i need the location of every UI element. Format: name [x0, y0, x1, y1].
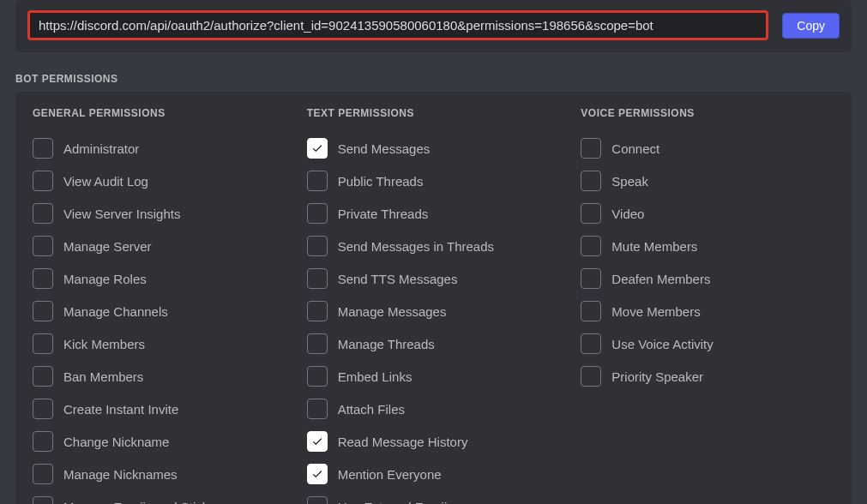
- checkbox-embed-links[interactable]: [307, 366, 328, 387]
- perm-label-manage-server: Manage Server: [63, 239, 152, 254]
- perm-row-kick-members: Kick Members: [33, 333, 286, 354]
- perm-label-read-message-history: Read Message History: [338, 435, 468, 449]
- checkbox-speak[interactable]: [581, 171, 601, 191]
- perm-row-public-threads: Public Threads: [307, 171, 561, 191]
- text-permissions-title: TEXT PERMISSIONS: [307, 107, 561, 119]
- checkbox-send-tts-messages[interactable]: [307, 268, 328, 289]
- checkbox-mute-members[interactable]: [581, 236, 601, 256]
- perm-label-create-instant-invite: Create Instant Invite: [63, 402, 178, 417]
- perm-label-manage-emojis-and-stickers: Manage Emojis and Stickers: [63, 500, 226, 505]
- checkbox-ban-members[interactable]: [33, 366, 53, 387]
- perm-label-public-threads: Public Threads: [338, 174, 424, 189]
- checkbox-manage-threads[interactable]: [307, 333, 328, 354]
- checkbox-send-messages-in-threads[interactable]: [307, 236, 328, 256]
- checkbox-manage-roles[interactable]: [33, 268, 53, 289]
- perm-row-manage-server: Manage Server: [33, 236, 286, 256]
- perm-row-create-instant-invite: Create Instant Invite: [33, 399, 286, 419]
- oauth-url-box[interactable]: https://discord.com/api/oauth2/authorize…: [27, 10, 768, 40]
- text-permissions-column: TEXT PERMISSIONS Send MessagesPublic Thr…: [307, 107, 561, 504]
- checkbox-view-server-insights[interactable]: [33, 203, 53, 224]
- perm-label-ban-members: Ban Members: [63, 369, 143, 384]
- permissions-panel: GENERAL PERMISSIONS AdministratorView Au…: [15, 92, 852, 504]
- copy-button[interactable]: Copy: [782, 13, 840, 39]
- perm-label-embed-links: Embed Links: [338, 369, 412, 384]
- checkbox-change-nickname[interactable]: [33, 431, 53, 452]
- checkbox-mention-everyone[interactable]: [307, 464, 328, 484]
- perm-row-ban-members: Ban Members: [33, 366, 286, 387]
- checkbox-read-message-history[interactable]: [307, 431, 328, 452]
- checkbox-priority-speaker[interactable]: [581, 366, 601, 387]
- checkbox-private-threads[interactable]: [307, 203, 328, 224]
- perm-label-administrator: Administrator: [63, 141, 139, 156]
- perm-label-speak: Speak: [611, 174, 648, 189]
- perm-label-use-external-emojis: Use External Emojis: [338, 500, 454, 505]
- check-icon: [311, 142, 323, 154]
- checkbox-deafen-members[interactable]: [581, 268, 601, 289]
- checkbox-manage-messages[interactable]: [307, 301, 328, 321]
- general-permissions-title: GENERAL PERMISSIONS: [33, 107, 286, 119]
- perm-label-change-nickname: Change Nickname: [63, 435, 169, 449]
- perm-label-send-tts-messages: Send TTS Messages: [338, 272, 458, 286]
- checkbox-use-external-emojis[interactable]: [307, 496, 328, 504]
- general-permissions-column: GENERAL PERMISSIONS AdministratorView Au…: [33, 107, 286, 504]
- checkbox-connect[interactable]: [581, 138, 601, 159]
- perm-label-move-members: Move Members: [611, 304, 700, 319]
- perm-label-send-messages: Send Messages: [338, 141, 430, 156]
- perm-row-use-external-emojis: Use External Emojis: [307, 496, 561, 504]
- perm-label-video: Video: [611, 207, 644, 221]
- perm-row-priority-speaker: Priority Speaker: [581, 366, 834, 387]
- voice-permissions-column: VOICE PERMISSIONS ConnectSpeakVideoMute …: [581, 107, 834, 504]
- checkbox-create-instant-invite[interactable]: [33, 399, 53, 419]
- perm-row-attach-files: Attach Files: [307, 399, 561, 419]
- perm-label-priority-speaker: Priority Speaker: [611, 369, 703, 384]
- perm-row-view-server-insights: View Server Insights: [33, 203, 286, 224]
- perm-row-speak: Speak: [581, 171, 834, 191]
- perm-label-view-audit-log: View Audit Log: [63, 174, 148, 189]
- perm-label-kick-members: Kick Members: [63, 337, 145, 351]
- checkbox-administrator[interactable]: [33, 138, 53, 159]
- perm-label-manage-messages: Manage Messages: [338, 304, 447, 319]
- perm-row-use-voice-activity: Use Voice Activity: [581, 333, 834, 354]
- checkbox-kick-members[interactable]: [33, 333, 53, 354]
- perm-label-attach-files: Attach Files: [338, 402, 405, 417]
- voice-permissions-title: VOICE PERMISSIONS: [581, 107, 834, 119]
- perm-row-manage-emojis-and-stickers: Manage Emojis and Stickers: [33, 496, 286, 504]
- perm-row-move-members: Move Members: [581, 301, 834, 321]
- perm-row-manage-channels: Manage Channels: [33, 301, 286, 321]
- checkbox-public-threads[interactable]: [307, 171, 328, 191]
- perm-label-mute-members: Mute Members: [611, 239, 697, 254]
- perm-label-view-server-insights: View Server Insights: [63, 207, 180, 221]
- perm-row-connect: Connect: [581, 138, 834, 159]
- checkbox-manage-nicknames[interactable]: [33, 464, 53, 484]
- checkbox-use-voice-activity[interactable]: [581, 333, 601, 354]
- perm-row-view-audit-log: View Audit Log: [33, 171, 286, 191]
- checkbox-attach-files[interactable]: [307, 399, 328, 419]
- perm-label-manage-channels: Manage Channels: [63, 304, 168, 319]
- checkbox-manage-channels[interactable]: [33, 301, 53, 321]
- checkbox-manage-emojis-and-stickers[interactable]: [33, 496, 53, 504]
- perm-label-private-threads: Private Threads: [338, 207, 429, 221]
- perm-label-send-messages-in-threads: Send Messages in Threads: [338, 239, 494, 254]
- perm-label-deafen-members: Deafen Members: [611, 272, 710, 286]
- perm-row-manage-nicknames: Manage Nicknames: [33, 464, 286, 484]
- check-icon: [311, 468, 323, 480]
- perm-label-connect: Connect: [611, 141, 659, 156]
- perm-row-manage-messages: Manage Messages: [307, 301, 561, 321]
- checkbox-move-members[interactable]: [581, 301, 601, 321]
- perm-row-send-messages: Send Messages: [307, 138, 561, 159]
- bot-permissions-title: BOT PERMISSIONS: [15, 73, 852, 85]
- perm-row-manage-roles: Manage Roles: [33, 268, 286, 289]
- perm-row-read-message-history: Read Message History: [307, 431, 561, 452]
- perm-row-video: Video: [581, 203, 834, 224]
- checkbox-video[interactable]: [581, 203, 601, 224]
- perm-row-send-messages-in-threads: Send Messages in Threads: [307, 236, 561, 256]
- perm-row-send-tts-messages: Send TTS Messages: [307, 268, 561, 289]
- perm-row-deafen-members: Deafen Members: [581, 268, 834, 289]
- checkbox-send-messages[interactable]: [307, 138, 328, 159]
- perm-label-manage-threads: Manage Threads: [338, 337, 435, 351]
- perm-row-mention-everyone: Mention Everyone: [307, 464, 561, 484]
- perm-row-administrator: Administrator: [33, 138, 286, 159]
- checkbox-view-audit-log[interactable]: [33, 171, 53, 191]
- checkbox-manage-server[interactable]: [33, 236, 53, 256]
- perm-row-change-nickname: Change Nickname: [33, 431, 286, 452]
